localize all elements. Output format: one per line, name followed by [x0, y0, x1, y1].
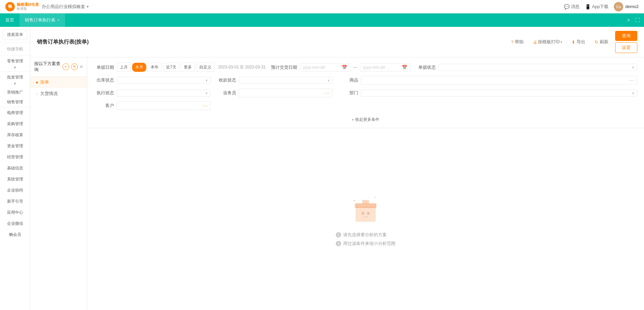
product-ellipsis-icon[interactable]: ··· — [629, 78, 634, 83]
product-select[interactable]: ··· — [361, 76, 637, 85]
page-title: 销售订单执行表(按单) — [37, 39, 89, 50]
page-header-actions: ? 帮助 🖨 按模板打印 ▾ ⬇ 导出 ↻ 刷新 查询 — [508, 31, 637, 57]
customer-select[interactable]: ··· — [117, 101, 211, 110]
sidebar-search-area: 搜索菜单 — [0, 27, 30, 43]
nav-bar-right: × ⛶ — [626, 16, 644, 24]
query-settings-group: 查询 设置 — [615, 31, 637, 53]
payment-status-select[interactable]: ∨ — [239, 77, 333, 84]
date-btn-this-year[interactable]: 本年 — [148, 63, 162, 72]
calendar-from-icon: 📅 — [342, 65, 347, 70]
message-icon: 💬 — [564, 4, 570, 9]
query-button[interactable]: 查询 — [615, 31, 637, 41]
filter-row-1: 单据日期 上月 本月 本年 近7天 更多 自定义 2023-03-01 至 20… — [94, 63, 637, 72]
sidebar-item-new-guide[interactable]: 新手引导 — [0, 196, 30, 207]
customer-ellipsis-icon[interactable]: ··· — [203, 103, 208, 108]
left-panel-edit-button[interactable]: ✎ — [71, 63, 78, 70]
filter-row-4: 客户 ··· — [94, 101, 637, 110]
svg-text:✦: ✦ — [374, 196, 376, 199]
expected-date-label: 预计交货日期 — [271, 64, 297, 70]
logo-area: 畅 畅捷通好生意 标准版 — [5, 2, 39, 11]
filter-shipment-status-item: 出库状态 ∨ — [94, 77, 211, 84]
nav-bar: 首页 销售订单执行表 × × ⛶ — [0, 13, 644, 27]
salesperson-select[interactable]: ··· — [239, 89, 333, 97]
app-download-button[interactable]: 📱 App下载 — [585, 4, 608, 10]
filter-row-2: 出库状态 ∨ 收款状态 ∨ — [94, 76, 637, 85]
date-range-display: 2023-03-01 至 2023-03-31 — [218, 64, 266, 70]
date-btn-custom[interactable]: 自定义 — [196, 63, 214, 72]
sidebar-item-purchase[interactable]: 采购管理 — [0, 118, 30, 130]
app-download-icon: 📱 — [585, 4, 591, 9]
collapse-more-button[interactable]: « 收起更多条件 — [94, 114, 637, 125]
print-button[interactable]: 🖨 按模板打印 ▾ — [530, 38, 565, 46]
left-panel-add-button[interactable]: + — [62, 63, 69, 70]
sidebar-item-operations[interactable]: 经营管理 — [0, 152, 30, 163]
dept-select[interactable]: ∨ — [361, 90, 637, 97]
sidebar-item-basic-info[interactable]: 基础信息 — [0, 163, 30, 174]
payment-status-dropdown-icon: ∨ — [327, 79, 330, 82]
filter-row-3: 执行状态 ∨ 业务员 ··· — [94, 89, 637, 97]
search-menu-button[interactable]: 搜索菜单 — [3, 30, 27, 40]
logo-icon: 畅 — [5, 2, 15, 11]
help-button[interactable]: ? 帮助 — [508, 38, 526, 46]
filter-customer-item: 客户 ··· — [94, 101, 211, 110]
breadcrumb-dropdown-icon[interactable]: ▾ — [87, 4, 89, 9]
sidebar-item-wholesale[interactable]: 批发管理 ▲ — [0, 72, 30, 88]
svg-rect-0 — [356, 207, 376, 222]
sidebar-item-app-center[interactable]: 应用中心 — [0, 207, 30, 218]
nav-window-close-icon[interactable]: × — [626, 16, 631, 24]
date-btn-more[interactable]: 更多 — [181, 63, 195, 72]
date-btn-last-month[interactable]: 上月 — [117, 63, 131, 72]
expected-date-to-input[interactable]: yyyy-mm-dd 📅 — [360, 63, 410, 71]
panel-item-by-order[interactable]: ● 按单 — [30, 76, 87, 88]
exec-status-dropdown-icon: ∨ — [205, 91, 208, 95]
export-button[interactable]: ⬇ 导出 — [569, 38, 588, 46]
page-header: 销售订单执行表(按单) ? 帮助 🖨 按模板打印 ▾ ⬇ 导出 ↻ 刷新 — [30, 27, 644, 57]
settings-button[interactable]: 设置 — [615, 42, 637, 53]
shipment-status-select[interactable]: ∨ — [117, 77, 211, 84]
left-panel-collapse-button[interactable]: « — [80, 63, 83, 70]
date-btn-this-month[interactable]: 本月 — [132, 63, 146, 72]
print-dropdown-icon[interactable]: ▾ — [560, 40, 562, 44]
sidebar-item-inventory[interactable]: 库存核算 — [0, 130, 30, 141]
status-dropdown-icon: ∨ — [632, 65, 634, 69]
export-icon: ⬇ — [572, 40, 575, 45]
breadcrumb: 办公用品行业模拟账套 ▾ — [42, 4, 89, 10]
status-select[interactable]: ∨ — [438, 64, 637, 71]
sidebar-item-enterprise-wechat[interactable]: 企业微信 — [0, 218, 30, 229]
sidebar-item-marketing[interactable]: 营销推广 — [0, 88, 30, 97]
svg-text:✦: ✦ — [376, 203, 378, 205]
expected-date-from-input[interactable]: yyyy-mm-dd 📅 — [300, 63, 350, 71]
user-avatar: Ea — [614, 2, 623, 11]
sidebar-item-system[interactable]: 系统管理 — [0, 174, 30, 185]
sidebar-item-membership[interactable]: 畅会员 — [0, 229, 30, 240]
filter-status-item: 单据状态 ∨ — [416, 64, 637, 71]
svg-rect-2 — [362, 200, 369, 204]
nav-window-expand-icon[interactable]: ⛶ — [634, 16, 641, 24]
top-bar-left: 畅 畅捷通好生意 标准版 办公用品行业模拟账套 ▾ — [5, 2, 89, 11]
nav-tab-sales-order[interactable]: 销售订单执行表 × — [19, 13, 65, 27]
nav-tab-close-icon[interactable]: × — [57, 18, 60, 22]
filter-dept-item: 部门 ∨ — [338, 90, 637, 97]
filter-expected-date-item: 预计交货日期 yyyy-mm-dd 📅 — yyyy-mm-dd 📅 — [271, 63, 410, 71]
sidebar-item-ecommerce[interactable]: 电商管理 — [0, 107, 30, 118]
dept-label: 部门 — [338, 90, 358, 96]
sidebar-group-retail: 零售管理 ▲ — [0, 56, 30, 72]
sidebar-item-sales[interactable]: 销售管理 — [0, 97, 30, 107]
user-profile[interactable]: Ea demo2 — [614, 2, 639, 11]
date-btn-last-7-days[interactable]: 近7天 — [163, 63, 179, 72]
main-layout: 搜索菜单 快捷导航 零售管理 ▲ 批发管理 ▲ 营销推广 销售管理 电商管理 — [0, 27, 644, 310]
panel-item-shortage[interactable]: ○ 欠货情况 — [30, 88, 87, 99]
shortage-icon: ○ — [36, 91, 38, 96]
nav-tab-home[interactable]: 首页 — [0, 13, 19, 27]
left-panel-header: 按以下方案查询 + ✎ « — [30, 57, 87, 76]
filter-product-item: 商品 ··· — [338, 76, 637, 85]
sidebar-item-finance[interactable]: 资金管理 — [0, 141, 30, 152]
sidebar-item-enterprise-collab[interactable]: 企业协同 — [0, 185, 30, 196]
product-label: 商品 — [338, 77, 358, 83]
status-label: 单据状态 — [416, 64, 436, 70]
message-button[interactable]: 💬 消息 — [564, 4, 580, 10]
salesperson-ellipsis-icon[interactable]: ··· — [325, 90, 330, 96]
exec-status-select[interactable]: ∨ — [117, 90, 211, 97]
refresh-button[interactable]: ↻ 刷新 — [592, 38, 611, 46]
sidebar-item-retail[interactable]: 零售管理 ▲ — [0, 56, 30, 71]
